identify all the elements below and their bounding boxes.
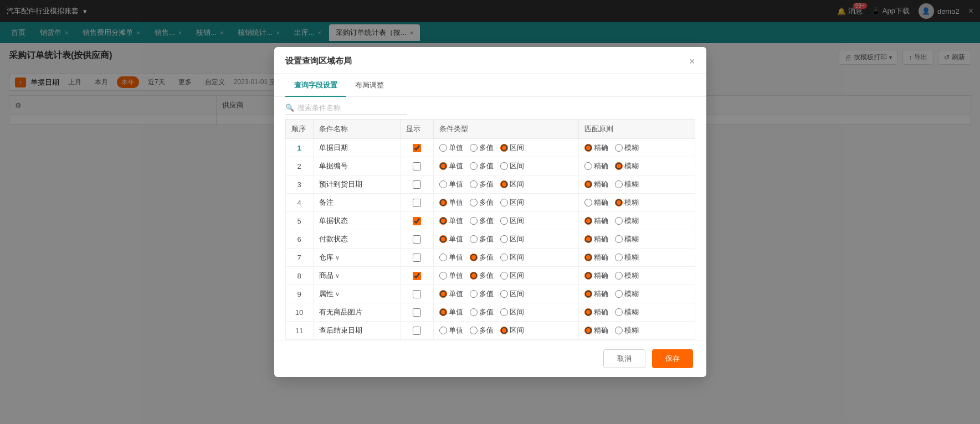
row-type-9: 单值多值区间 bbox=[433, 303, 578, 322]
radio-type-type_single-6[interactable]: 单值 bbox=[439, 252, 463, 262]
radio-type-type_multi-8[interactable]: 多值 bbox=[470, 289, 494, 299]
show-checkbox-4[interactable] bbox=[413, 217, 421, 225]
show-checkbox-7[interactable] bbox=[413, 272, 421, 280]
radio-type-type_range-0[interactable]: 区间 bbox=[500, 143, 524, 153]
radio-type-type_range-9[interactable]: 区间 bbox=[500, 307, 524, 317]
show-checkbox-2[interactable] bbox=[413, 180, 421, 189]
radio-type-type_single-10[interactable]: 单值 bbox=[439, 325, 463, 335]
radio-type-type_range-6[interactable]: 区间 bbox=[500, 252, 524, 262]
show-checkbox-10[interactable] bbox=[413, 327, 421, 335]
radio-type-type_multi-1[interactable]: 多值 bbox=[470, 161, 494, 171]
radio-match-match_fuzzy-5[interactable]: 模糊 bbox=[615, 234, 639, 244]
row-name-8: 属性 ∨ bbox=[313, 285, 400, 303]
radio-match-match_fuzzy-2[interactable]: 模糊 bbox=[615, 179, 639, 189]
save-button[interactable]: 保存 bbox=[652, 349, 693, 368]
row-name-4: 单据状态 bbox=[313, 212, 400, 230]
radio-type-type_range-8[interactable]: 区间 bbox=[500, 289, 524, 299]
radio-type-type_range-10[interactable]: 区间 bbox=[500, 325, 524, 335]
row-show-4 bbox=[400, 212, 433, 230]
radio-match-match_exact-6[interactable]: 精确 bbox=[584, 252, 608, 262]
radio-type-type_range-1[interactable]: 区间 bbox=[500, 161, 524, 171]
radio-type-type_range-7[interactable]: 区间 bbox=[500, 271, 524, 281]
modal-footer: 取消 保存 bbox=[274, 340, 706, 377]
show-checkbox-9[interactable] bbox=[413, 308, 421, 317]
radio-match-match_fuzzy-8[interactable]: 模糊 bbox=[615, 289, 639, 299]
radio-type-type_range-5[interactable]: 区间 bbox=[500, 234, 524, 244]
radio-type-type_single-2[interactable]: 单值 bbox=[439, 179, 463, 189]
show-checkbox-6[interactable] bbox=[413, 254, 421, 262]
radio-match-match_exact-7[interactable]: 精确 bbox=[584, 271, 608, 281]
radio-type-type_multi-4[interactable]: 多值 bbox=[470, 216, 494, 226]
radio-type-type_single-1[interactable]: 单值 bbox=[439, 161, 463, 171]
radio-type-type_range-2[interactable]: 区间 bbox=[500, 179, 524, 189]
radio-match-match_fuzzy-6[interactable]: 模糊 bbox=[615, 252, 639, 262]
row-type-0: 单值多值区间 bbox=[433, 139, 578, 157]
radio-type-type_range-3[interactable]: 区间 bbox=[500, 198, 524, 208]
radio-match-match_exact-9[interactable]: 精确 bbox=[584, 307, 608, 317]
radio-match-match_fuzzy-1[interactable]: 模糊 bbox=[615, 161, 639, 171]
col-show: 显示 bbox=[400, 120, 433, 139]
row-match-2: 精确模糊 bbox=[578, 175, 695, 194]
show-checkbox-1[interactable] bbox=[413, 162, 421, 170]
row-type-8: 单值多值区间 bbox=[433, 285, 578, 303]
radio-match-match_exact-10[interactable]: 精确 bbox=[584, 325, 608, 335]
radio-match-match_fuzzy-3[interactable]: 模糊 bbox=[615, 198, 639, 208]
row-order-9: 10 bbox=[285, 303, 313, 322]
settings-table-row: 9属性 ∨单值多值区间精确模糊 bbox=[285, 285, 695, 303]
row-show-6 bbox=[400, 249, 433, 267]
col-name: 条件名称 bbox=[313, 120, 400, 139]
radio-match-match_fuzzy-4[interactable]: 模糊 bbox=[615, 216, 639, 226]
radio-match-match_fuzzy-7[interactable]: 模糊 bbox=[615, 271, 639, 281]
modal-close-button[interactable]: × bbox=[689, 56, 695, 66]
settings-table-row: 3预计到货日期单值多值区间精确模糊 bbox=[285, 175, 695, 194]
radio-match-match_exact-3[interactable]: 精确 bbox=[584, 198, 608, 208]
radio-match-match_exact-2[interactable]: 精确 bbox=[584, 179, 608, 189]
row-type-6: 单值多值区间 bbox=[433, 249, 578, 267]
row-order-8: 9 bbox=[285, 285, 313, 303]
radio-match-match_exact-0[interactable]: 精确 bbox=[584, 143, 608, 153]
radio-type-type_multi-7[interactable]: 多值 bbox=[470, 271, 494, 281]
radio-type-type_range-4[interactable]: 区间 bbox=[500, 216, 524, 226]
radio-type-type_single-3[interactable]: 单值 bbox=[439, 198, 463, 208]
radio-type-type_single-5[interactable]: 单值 bbox=[439, 234, 463, 244]
radio-type-type_single-9[interactable]: 单值 bbox=[439, 307, 463, 317]
tab-layout-adjust[interactable]: 布局调整 bbox=[346, 76, 393, 97]
row-order-10: 11 bbox=[285, 322, 313, 340]
radio-type-type_multi-10[interactable]: 多值 bbox=[470, 325, 494, 335]
radio-type-type_multi-0[interactable]: 多值 bbox=[470, 143, 494, 153]
radio-match-match_fuzzy-0[interactable]: 模糊 bbox=[615, 143, 639, 153]
radio-match-match_exact-8[interactable]: 精确 bbox=[584, 289, 608, 299]
modal-body: 顺序 条件名称 显示 条件类型 匹配原则 1单据日期单值多值区间精确模糊2单据编… bbox=[274, 119, 706, 340]
radio-type-type_single-0[interactable]: 单值 bbox=[439, 143, 463, 153]
modal-overlay: 设置查询区域布局 × 查询字段设置 布局调整 🔍 bbox=[0, 0, 980, 424]
radio-type-type_multi-2[interactable]: 多值 bbox=[470, 179, 494, 189]
show-checkbox-3[interactable] bbox=[413, 199, 421, 207]
row-name-10: 查后结束日期 bbox=[313, 322, 400, 340]
radio-type-type_multi-6[interactable]: 多值 bbox=[470, 252, 494, 262]
show-checkbox-8[interactable] bbox=[413, 290, 421, 298]
settings-modal: 设置查询区域布局 × 查询字段设置 布局调整 🔍 bbox=[274, 47, 706, 377]
radio-type-type_single-8[interactable]: 单值 bbox=[439, 289, 463, 299]
row-name-6: 仓库 ∨ bbox=[313, 249, 400, 267]
settings-table-row: 4备注单值多值区间精确模糊 bbox=[285, 194, 695, 212]
row-match-10: 精确模糊 bbox=[578, 322, 695, 340]
search-input[interactable] bbox=[297, 104, 407, 112]
row-match-6: 精确模糊 bbox=[578, 249, 695, 267]
row-match-5: 精确模糊 bbox=[578, 230, 695, 249]
radio-type-type_multi-5[interactable]: 多值 bbox=[470, 234, 494, 244]
radio-type-type_single-4[interactable]: 单值 bbox=[439, 216, 463, 226]
radio-match-match_fuzzy-9[interactable]: 模糊 bbox=[615, 307, 639, 317]
radio-match-match_exact-5[interactable]: 精确 bbox=[584, 234, 608, 244]
radio-match-match_fuzzy-10[interactable]: 模糊 bbox=[615, 325, 639, 335]
row-show-1 bbox=[400, 157, 433, 175]
cancel-button[interactable]: 取消 bbox=[603, 349, 645, 368]
show-checkbox-0[interactable] bbox=[413, 144, 421, 152]
radio-type-type_multi-9[interactable]: 多值 bbox=[470, 307, 494, 317]
row-match-0: 精确模糊 bbox=[578, 139, 695, 157]
tab-field-settings[interactable]: 查询字段设置 bbox=[285, 76, 346, 97]
radio-match-match_exact-1[interactable]: 精确 bbox=[584, 161, 608, 171]
radio-match-match_exact-4[interactable]: 精确 bbox=[584, 216, 608, 226]
radio-type-type_single-7[interactable]: 单值 bbox=[439, 271, 463, 281]
radio-type-type_multi-3[interactable]: 多值 bbox=[470, 198, 494, 208]
show-checkbox-5[interactable] bbox=[413, 235, 421, 244]
